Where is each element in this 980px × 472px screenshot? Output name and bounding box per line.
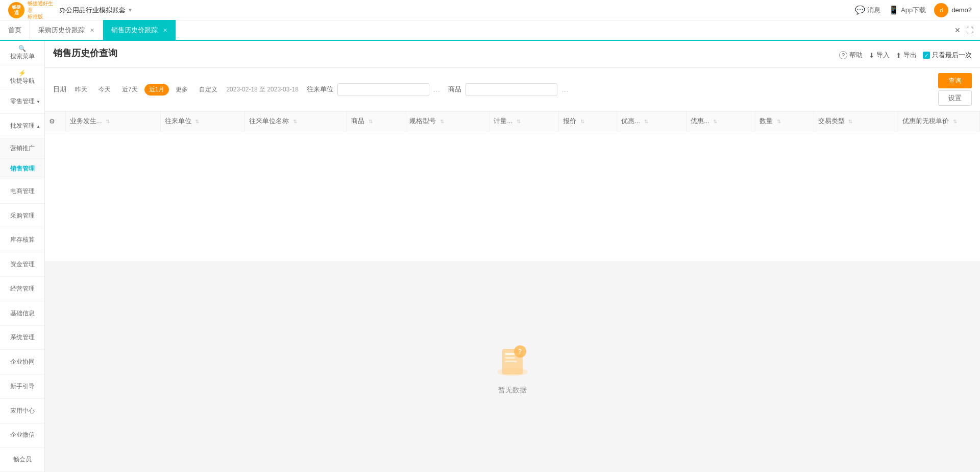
col-pretax-price[interactable]: 优惠前无税单价 ⇅ (898, 111, 980, 131)
sort-icon-spec: ⇅ (440, 119, 444, 124)
svg-rect-4 (505, 361, 517, 362)
product-input[interactable] (465, 83, 557, 96)
close-tab-purchase[interactable]: ✕ (90, 27, 94, 34)
gear-icon: ⚙ (49, 117, 55, 125)
sort-icon-qty: ⇅ (777, 119, 781, 124)
sidebar-item-shortcut[interactable]: ⚡ 快捷导航 (0, 65, 44, 90)
sidebar-item-member[interactable]: 畅会员 (0, 447, 44, 472)
col-unit[interactable]: 计量... ⇅ (489, 111, 559, 131)
sidebar-item-basic-info[interactable]: 基础信息 (0, 301, 44, 326)
svg-text:?: ? (518, 348, 522, 355)
app-download-button[interactable]: 📱 App下载 (889, 5, 926, 15)
date-label: 日期 (53, 85, 66, 94)
username: demo2 (951, 6, 972, 14)
date-buttons: 昨天 今天 近7天 近1月 更多 自定义 (70, 84, 222, 96)
col-qty[interactable]: 数量 ⇅ (755, 111, 814, 131)
only-last-checkbox[interactable]: ✓ 只看最后一次 (923, 51, 972, 60)
sidebar-item-purchase[interactable]: 采购管理 (0, 204, 44, 228)
sort-icon-pretax-price: ⇅ (953, 119, 957, 124)
col-settings[interactable]: ⚙ (45, 111, 65, 131)
logo-icon: 畅捷通 (8, 2, 24, 18)
help-button[interactable]: ? 帮助 (839, 51, 863, 60)
partner-select-icon[interactable]: ... (433, 85, 440, 94)
product-filter-group: 商品 ... (448, 83, 568, 96)
logo-text: 畅捷通好生意 标准版 (28, 0, 53, 20)
sidebar-item-sales-mgmt[interactable]: 销售管理 (0, 159, 44, 179)
col-trade-type[interactable]: 交易类型 ⇅ (814, 111, 898, 131)
logo-area: 畅捷通 畅捷通好生意 标准版 (8, 0, 53, 20)
date-btn-today[interactable]: 今天 (94, 84, 115, 96)
col-partner-name[interactable]: 往来单位名称 ⇅ (244, 111, 347, 131)
sidebar: 🔍 搜索菜单 ⚡ 快捷导航 零售管理 批发管理 营销推广 销售管理 电商管理 采… (0, 41, 45, 472)
tab-sales-history[interactable]: 销售历史价跟踪 ✕ (103, 20, 176, 40)
col-product[interactable]: 商品 ⇅ (347, 111, 405, 131)
date-btn-more[interactable]: 更多 (171, 84, 192, 96)
svg-rect-3 (505, 357, 515, 359)
date-btn-last1m[interactable]: 近1月 (144, 84, 169, 96)
message-button[interactable]: 💬 消息 (855, 5, 880, 15)
col-partner-code[interactable]: 往来单位 ⇅ (160, 111, 244, 131)
sidebar-item-marketing[interactable]: 营销推广 (0, 138, 44, 159)
col-discount2[interactable]: 优惠... ⇅ (686, 111, 755, 131)
date-btn-last7[interactable]: 近7天 (117, 84, 142, 96)
page-title: 销售历史价查询 (53, 47, 117, 59)
export-button[interactable]: ⬆ 导出 (896, 51, 917, 60)
top-right: 💬 消息 📱 App下载 d demo2 (855, 3, 972, 17)
sidebar-item-finance[interactable]: 资金管理 (0, 252, 44, 277)
sort-icon-partner-code: ⇅ (195, 119, 199, 124)
col-quote[interactable]: 报价 ⇅ (558, 111, 617, 131)
chevron-down-icon: ▼ (128, 7, 133, 13)
sort-icon-quote: ⇅ (580, 119, 584, 124)
checkbox-icon: ✓ (923, 52, 930, 59)
tab-purchase-history[interactable]: 采购历史价跟踪 ✕ (30, 20, 103, 40)
sidebar-item-inventory[interactable]: 库存核算 (0, 228, 44, 253)
sort-icon-unit: ⇅ (517, 119, 521, 124)
sort-icon-discount1: ⇅ (644, 119, 648, 124)
import-button[interactable]: ⬇ 导入 (869, 51, 890, 60)
product-select-icon[interactable]: ... (561, 85, 568, 94)
sort-icon-discount2: ⇅ (713, 119, 717, 124)
sidebar-item-enterprise[interactable]: 企业协同 (0, 350, 44, 374)
query-button[interactable]: 查询 (938, 73, 972, 88)
empty-state: ? 暂无数据 (45, 261, 980, 472)
sidebar-item-wechat[interactable]: 企业微信 (0, 423, 44, 448)
page-content: 销售历史价查询 ? 帮助 ⬇ 导入 ⬆ 导出 ✓ (45, 41, 980, 472)
sidebar-item-guide[interactable]: 新手引导 (0, 374, 44, 399)
user-area[interactable]: d demo2 (934, 3, 972, 17)
sidebar-item-retail[interactable]: 零售管理 (0, 89, 44, 114)
date-filter-group: 日期 昨天 今天 近7天 近1月 更多 自定义 2023-02-18 至 202… (53, 84, 299, 96)
col-discount1[interactable]: 优惠... ⇅ (617, 111, 687, 131)
col-spec[interactable]: 规格型号 ⇅ (405, 111, 489, 131)
sidebar-item-ecommerce[interactable]: 电商管理 (0, 179, 44, 204)
page-header-actions: ? 帮助 ⬇ 导入 ⬆ 导出 ✓ 只看最后一次 (839, 51, 972, 60)
export-icon: ⬆ (896, 52, 901, 59)
sidebar-item-wholesale[interactable]: 批发管理 (0, 114, 44, 138)
sort-icon-trade-type: ⇅ (848, 119, 852, 124)
expand-tab-button[interactable]: ⛶ (964, 24, 976, 36)
product-label: 商品 (448, 85, 461, 94)
action-buttons: 查询 设置 (938, 73, 972, 106)
partner-input[interactable] (337, 83, 429, 96)
sidebar-item-system[interactable]: 系统管理 (0, 326, 44, 350)
close-all-tabs-button[interactable]: ✕ (951, 24, 964, 36)
table-header-row: ⚙ 业务发生... ⇅ 往来单位 ⇅ 往来单位名称 (45, 111, 980, 131)
phone-icon: 📱 (889, 5, 899, 15)
sidebar-item-operations[interactable]: 经营管理 (0, 277, 44, 301)
tab-home[interactable]: 首页 (0, 20, 30, 40)
sidebar-item-app-center[interactable]: 应用中心 (0, 399, 44, 423)
filter-area: 日期 昨天 今天 近7天 近1月 更多 自定义 2023-02-18 至 202… (45, 68, 980, 111)
col-biz-date[interactable]: 业务发生... ⇅ (65, 111, 160, 131)
tab-bar: 首页 采购历史价跟踪 ✕ 销售历史价跟踪 ✕ ✕ ⛶ (0, 20, 980, 41)
app-selector[interactable]: 办公用品行业模拟账套 ▼ (59, 6, 849, 15)
partner-filter-group: 往来单位 ... (307, 83, 440, 96)
sidebar-item-search[interactable]: 🔍 搜索菜单 (0, 41, 44, 65)
data-table: ⚙ 业务发生... ⇅ 往来单位 ⇅ 往来单位名称 (45, 111, 980, 131)
date-btn-yesterday[interactable]: 昨天 (70, 84, 92, 96)
help-icon: ? (839, 51, 847, 59)
top-bar: 畅捷通 畅捷通好生意 标准版 办公用品行业模拟账套 ▼ 💬 消息 📱 App下载… (0, 0, 980, 20)
close-tab-sales[interactable]: ✕ (163, 27, 167, 34)
sort-icon-partner-name: ⇅ (293, 119, 297, 124)
settings-button[interactable]: 设置 (938, 90, 972, 106)
empty-text: 暂无数据 (498, 386, 527, 395)
date-btn-custom[interactable]: 自定义 (194, 84, 222, 96)
